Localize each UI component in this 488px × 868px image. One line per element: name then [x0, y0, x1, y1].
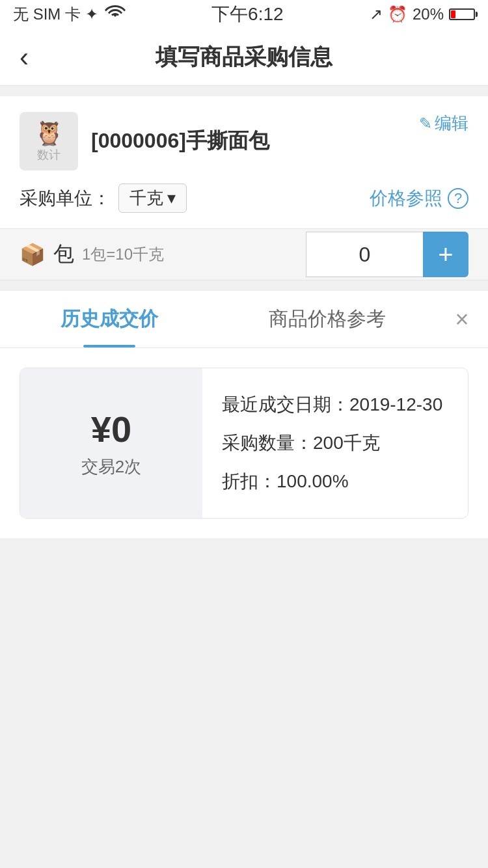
status-bar: 无 SIM 卡 ✦ 下午6:12 ↗ ⏰ 20% — [0, 0, 488, 29]
qty-controls: + — [306, 232, 468, 277]
product-name: [0000006]手撕面包 — [91, 128, 269, 155]
unit-section: 采购单位： 千克 ▾ — [20, 183, 187, 213]
recent-date-label: 最近成交日期： — [222, 394, 349, 414]
help-icon: ? — [448, 188, 468, 209]
quantity-detail-value: 200千克 — [313, 433, 380, 453]
recent-date-row: 最近成交日期：2019-12-30 — [222, 392, 448, 417]
price-ref-label: 价格参照 — [370, 186, 442, 211]
history-price: ¥0 — [91, 408, 131, 450]
unit-name: 包 — [53, 240, 74, 269]
bottom-panel: 历史成交价 商品价格参考 × ¥0 交易2次 最近成交日期：2019-12-30… — [0, 291, 488, 538]
product-footer: 采购单位： 千克 ▾ 价格参照 ? — [20, 183, 468, 213]
product-left: 🦉 数计 [0000006]手撕面包 — [20, 112, 269, 170]
tab-price-ref[interactable]: 商品价格参考 — [218, 291, 436, 347]
unit-label-row: 📦 包 1包=10千克 — [20, 240, 306, 269]
owl-icon: 🦉 — [34, 120, 64, 147]
dropdown-icon: ▾ — [167, 188, 176, 208]
battery-icon — [449, 8, 475, 20]
wifi-icon — [105, 5, 126, 23]
discount-value: 100.00% — [277, 471, 349, 491]
unit-value: 千克 — [129, 187, 163, 210]
nav-bar: ‹ 填写商品采购信息 — [0, 29, 488, 86]
tab-history-price[interactable]: 历史成交价 — [0, 291, 218, 347]
tab1-label: 历史成交价 — [61, 306, 158, 332]
history-count: 交易2次 — [81, 455, 141, 478]
quantity-row: 📦 包 1包=10千克 + — [0, 228, 488, 280]
product-thumbnail: 🦉 数计 — [20, 112, 78, 170]
tabs: 历史成交价 商品价格参考 × — [0, 291, 488, 348]
product-header: 🦉 数计 [0000006]手撕面包 ✎ 编辑 — [20, 112, 468, 170]
back-button[interactable]: ‹ — [20, 42, 29, 73]
logo-sub: 数计 — [37, 147, 61, 163]
section-divider — [0, 280, 488, 291]
history-card: ¥0 交易2次 最近成交日期：2019-12-30 采购数量：200千克 折扣：… — [20, 368, 468, 519]
history-content: ¥0 交易2次 最近成交日期：2019-12-30 采购数量：200千克 折扣：… — [0, 348, 488, 538]
quantity-plus-button[interactable]: + — [423, 232, 468, 277]
edit-button[interactable]: ✎ 编辑 — [419, 112, 468, 135]
price-ref-button[interactable]: 价格参照 ? — [370, 186, 468, 211]
product-card: 🦉 数计 [0000006]手撕面包 ✎ 编辑 采购单位： 千克 ▾ 价格参照 … — [0, 96, 488, 228]
location-icon: ↗ — [370, 5, 383, 23]
tab-close-button[interactable]: × — [436, 291, 488, 347]
unit-emoji: 📦 — [20, 242, 46, 267]
quantity-detail-label: 采购数量： — [222, 433, 313, 453]
recent-date-value: 2019-12-30 — [349, 394, 442, 414]
status-right: ↗ ⏰ 20% — [370, 5, 475, 23]
edit-icon: ✎ — [419, 115, 432, 133]
tab2-label: 商品价格参考 — [269, 306, 386, 332]
unit-conversion: 1包=10千克 — [82, 244, 164, 265]
status-left: 无 SIM 卡 ✦ — [13, 4, 126, 25]
quantity-input[interactable] — [306, 232, 423, 277]
discount-label: 折扣： — [222, 471, 277, 491]
alarm-icon: ⏰ — [388, 5, 407, 23]
history-right: 最近成交日期：2019-12-30 采购数量：200千克 折扣：100.00% — [202, 368, 468, 518]
sim-text: 无 SIM 卡 ✦ — [13, 4, 98, 25]
quantity-row-detail: 采购数量：200千克 — [222, 430, 448, 455]
unit-select[interactable]: 千克 ▾ — [118, 183, 187, 213]
unit-label: 采购单位： — [20, 186, 111, 211]
edit-label: 编辑 — [435, 112, 468, 135]
battery-percent: 20% — [413, 5, 444, 23]
page-title: 填写商品采购信息 — [156, 42, 332, 72]
history-left: ¥0 交易2次 — [20, 368, 202, 518]
discount-row: 折扣：100.00% — [222, 468, 448, 494]
product-logo: 🦉 数计 — [34, 120, 64, 163]
status-time: 下午6:12 — [211, 2, 284, 27]
